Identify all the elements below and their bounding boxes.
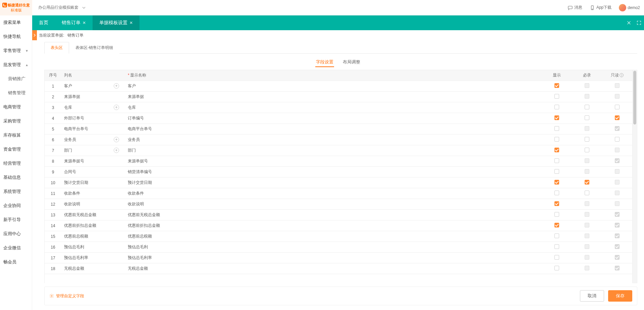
user-menu[interactable]: demo2: [619, 4, 640, 11]
cell-display[interactable]: 客户: [125, 81, 542, 92]
add-icon[interactable]: +: [114, 137, 119, 142]
cancel-button[interactable]: 取消: [580, 290, 604, 302]
chevron-icon: ▲: [25, 63, 29, 67]
checkbox[interactable]: [585, 148, 589, 152]
checkbox[interactable]: [554, 148, 559, 152]
collapse-panel-button[interactable]: [32, 30, 37, 40]
checkbox[interactable]: [554, 223, 559, 227]
close-icon[interactable]: ✕: [83, 20, 86, 25]
fields-table-scroll[interactable]: 序号 列名 *显示名称 显示 必录 只读? 1客户+客户2来源单据来源单据3仓库…: [44, 70, 633, 283]
sidebar-item-16[interactable]: 企业微信: [0, 241, 32, 255]
cell-display[interactable]: 预估总毛利: [125, 242, 542, 253]
checkbox[interactable]: [615, 137, 620, 142]
sidebar-item-6[interactable]: 电商管理: [0, 100, 32, 114]
tab-body-region[interactable]: 表体区-销售订单明细: [69, 42, 119, 54]
sidebar-item-10[interactable]: 经营管理: [0, 156, 32, 170]
checkbox[interactable]: [585, 115, 589, 120]
add-icon[interactable]: +: [114, 105, 119, 110]
sidebar-item-5[interactable]: 销售管理: [0, 86, 32, 100]
cell-display[interactable]: 预计交货日期: [125, 177, 542, 188]
account-select[interactable]: 办公用品行业模拟账套: [38, 5, 86, 10]
checkbox[interactable]: [554, 212, 559, 217]
checkbox[interactable]: [554, 126, 559, 131]
cell-display[interactable]: 收款说明: [125, 199, 542, 210]
cell-display[interactable]: 电商平台单号: [125, 124, 542, 135]
cell-display[interactable]: 优惠前总税额: [125, 231, 542, 242]
checkbox[interactable]: [554, 158, 559, 163]
add-icon[interactable]: +: [114, 83, 119, 89]
sidebar-item-14[interactable]: 新手引导: [0, 213, 32, 227]
sidebar-item-12[interactable]: 系统管理: [0, 185, 32, 199]
sidebar-item-13[interactable]: 企业协同: [0, 199, 32, 213]
sidebar-item-11[interactable]: 基础信息: [0, 170, 32, 185]
cell-display[interactable]: 来源单据号: [125, 156, 542, 167]
sidebar-item-2[interactable]: 零售管理▼: [0, 44, 32, 58]
cell-display[interactable]: 来源单据: [125, 92, 542, 102]
checkbox[interactable]: [554, 115, 559, 120]
cell-readonly: [602, 253, 632, 263]
checkbox[interactable]: [585, 105, 589, 109]
sidebar-item-0[interactable]: 搜索菜单: [0, 15, 32, 30]
cell-display[interactable]: 优惠前折扣总金额: [125, 220, 542, 231]
fullscreen-button[interactable]: [634, 20, 644, 25]
help-icon[interactable]: ?: [620, 73, 624, 77]
cell-name: 客户+: [61, 81, 125, 92]
cell-seq: 5: [45, 124, 61, 135]
checkbox[interactable]: [554, 180, 559, 185]
sidebar-item-4[interactable]: 营销推广: [0, 72, 32, 86]
checkbox[interactable]: [554, 169, 559, 174]
app-download-button[interactable]: App下载: [590, 5, 611, 10]
cell-display[interactable]: 销货清单编号: [125, 167, 542, 177]
checkbox[interactable]: [615, 105, 620, 109]
close-all-tabs-button[interactable]: [624, 20, 634, 25]
checkbox[interactable]: [585, 137, 589, 142]
vertical-scrollbar[interactable]: [633, 70, 637, 283]
checkbox[interactable]: [554, 83, 559, 88]
checkbox[interactable]: [554, 94, 559, 99]
checkbox[interactable]: [554, 105, 559, 109]
sidebar-item-3[interactable]: 批发管理▲: [0, 58, 32, 72]
sidebar-item-8[interactable]: 库存核算: [0, 128, 32, 142]
checkbox[interactable]: [554, 137, 559, 142]
cell-display[interactable]: 仓库: [125, 102, 542, 113]
scrollbar-thumb[interactable]: [633, 71, 636, 124]
tab-0[interactable]: 首页: [32, 15, 55, 30]
checkbox[interactable]: [554, 244, 559, 249]
cell-show: [542, 220, 572, 231]
tab-1[interactable]: 销售订单✕: [55, 15, 93, 30]
tab-header-region[interactable]: 表头区: [44, 42, 69, 54]
cell-display[interactable]: 业务员: [125, 135, 542, 145]
tab-2[interactable]: 单据模板设置✕: [93, 15, 140, 30]
sidebar-item-15[interactable]: 应用中心: [0, 227, 32, 241]
sub-tab-layout-adjust[interactable]: 布局调整: [342, 58, 361, 67]
checkbox[interactable]: [585, 180, 589, 185]
cell-display[interactable]: 优惠前无税总金额: [125, 210, 542, 220]
sidebar-item-7[interactable]: 采购管理: [0, 114, 32, 128]
save-button[interactable]: 保存: [608, 290, 632, 302]
cell-display[interactable]: 无税总金额: [125, 263, 542, 274]
checkbox[interactable]: [554, 255, 559, 260]
cell-display[interactable]: 预估总毛利率: [125, 253, 542, 263]
messages-button[interactable]: 消息: [568, 5, 582, 10]
checkbox[interactable]: [585, 191, 589, 195]
cell-show: [542, 145, 572, 156]
checkbox[interactable]: [554, 266, 559, 270]
sidebar-item-17[interactable]: 畅会员: [0, 255, 32, 269]
cell-display[interactable]: 订单编号: [125, 113, 542, 124]
checkbox[interactable]: [554, 191, 559, 195]
sidebar-item-9[interactable]: 资金管理: [0, 142, 32, 156]
sidebar-item-label: 新手引导: [3, 217, 21, 223]
cell-display[interactable]: 收款条件: [125, 188, 542, 199]
cell-display[interactable]: 部门: [125, 145, 542, 156]
top-header: 畅捷通好生意 标准版 办公用品行业模拟账套 消息 App下载 demo2: [0, 0, 644, 15]
checkbox[interactable]: [554, 234, 559, 238]
checkbox: [615, 126, 620, 131]
close-icon[interactable]: ✕: [129, 20, 133, 25]
add-icon[interactable]: +: [114, 148, 119, 153]
manage-custom-fields-link[interactable]: 管理自定义字段: [49, 293, 84, 299]
checkbox[interactable]: [615, 115, 620, 120]
sidebar-item-1[interactable]: 快捷导航: [0, 30, 32, 44]
sub-tab-field-settings[interactable]: 字段设置: [315, 58, 334, 67]
checkbox[interactable]: [554, 201, 559, 206]
cell-required: [572, 177, 602, 188]
